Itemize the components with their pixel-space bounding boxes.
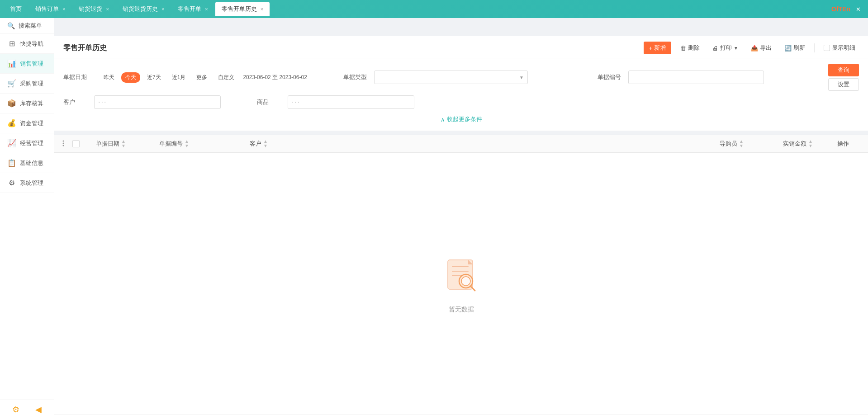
date-filter-label: 单据日期	[63, 73, 90, 81]
sidebar-item-finance[interactable]: 💰 资金管理	[0, 113, 54, 133]
goods-select[interactable]: ···	[288, 95, 414, 109]
print-dropdown-icon: ▼	[734, 46, 738, 51]
number-input[interactable]	[628, 71, 764, 84]
tab-sales-return-close[interactable]: ×	[106, 6, 109, 12]
type-select[interactable]: ▼	[374, 71, 528, 84]
purchase-icon: 🛒	[7, 79, 16, 88]
sidebar-item-sales[interactable]: 📊 销售管理	[0, 54, 54, 74]
sidebar-item-operation-label: 经营管理	[20, 139, 43, 147]
date-btn-7days[interactable]: 近7天	[143, 72, 165, 83]
th-guide[interactable]: 导购员 ▲▼	[714, 139, 778, 148]
sidebar-bottom: ⚙ ◀	[0, 400, 54, 419]
customer-placeholder: ···	[98, 98, 107, 106]
top-nav-right: OfTEn ✕	[831, 5, 864, 13]
table-settings-btn[interactable]	[54, 140, 72, 148]
tab-sales-order-close[interactable]: ×	[62, 6, 65, 12]
date-btn-today[interactable]: 今天	[121, 72, 140, 83]
tab-retail-open-history[interactable]: 零售开单历史 ×	[215, 2, 270, 16]
th-amount-label: 实销金额	[783, 140, 806, 148]
sidebar-item-quick-nav-label: 快捷导航	[20, 40, 43, 48]
sidebar-item-inventory-label: 库存核算	[20, 99, 43, 108]
add-label: 新增	[654, 44, 666, 52]
table-area: 单据日期 ▲▼ 单据编号 ▲▼ 客户 ▲▼ 导购员 ▲▼ 实销金额 ▲▼ 操作	[54, 135, 868, 414]
refresh-button[interactable]: 🔄 刷新	[781, 42, 809, 54]
tab-sales-order[interactable]: 销售订单 ×	[29, 2, 71, 16]
customer-sort-icon: ▲▼	[263, 139, 268, 148]
delete-label: 删除	[688, 44, 700, 52]
delete-icon: 🗑	[680, 45, 686, 52]
quick-nav-icon: ⊞	[7, 39, 16, 48]
date-btn-yesterday[interactable]: 昨天	[100, 72, 119, 83]
query-button[interactable]: 查询	[828, 64, 859, 76]
th-number-label: 单据编号	[159, 140, 183, 148]
sidebar-item-inventory[interactable]: 📦 库存核算	[0, 94, 54, 113]
sales-icon: 📊	[7, 59, 16, 68]
sidebar-item-basic-info[interactable]: 📋 基础信息	[0, 153, 54, 173]
number-sort-icon: ▲▼	[185, 139, 189, 148]
empty-illustration	[439, 253, 484, 298]
th-date[interactable]: 单据日期 ▲▼	[90, 139, 154, 148]
display-label: 显示明细	[832, 44, 855, 52]
export-icon: 📤	[751, 45, 758, 52]
print-icon: 🖨	[712, 45, 718, 52]
date-range-text: 2023-06-02 至 2023-06-02	[243, 74, 307, 81]
add-icon: +	[649, 45, 653, 52]
svg-point-0	[63, 142, 64, 144]
tab-sales-return-label: 销货退货	[79, 5, 102, 13]
goods-filter-label: 商品	[257, 98, 284, 106]
th-action: 操作	[832, 140, 868, 148]
page-title: 零售开单历史	[63, 43, 107, 53]
date-btn-custom[interactable]: 自定义	[214, 72, 238, 83]
tab-home[interactable]: 首页	[4, 2, 28, 16]
table-select-all[interactable]	[72, 140, 90, 147]
sidebar-item-quick-nav[interactable]: ⊞ 快捷导航	[0, 34, 54, 54]
sidebar-item-sales-label: 销售管理	[20, 60, 43, 68]
sidebar-item-system[interactable]: ⚙ 系统管理	[0, 173, 54, 193]
collapse-filter-btn[interactable]: ∧ 收起更多条件	[439, 113, 484, 125]
customer-select[interactable]: ···	[94, 95, 221, 109]
type-filter-label: 单据类型	[343, 73, 370, 81]
th-number[interactable]: 单据编号 ▲▼	[154, 139, 244, 148]
th-guide-label: 导购员	[720, 140, 737, 148]
tab-sales-return-history-close[interactable]: ×	[161, 6, 164, 12]
tab-sales-return-history-label: 销货退货历史	[123, 5, 158, 13]
filter-area: 单据日期 昨天 今天 近7天 近1月 更多 自定义 2023-06-02 至 2…	[54, 58, 868, 131]
page-header: 零售开单历史 + 新增 🗑 删除 🖨 打印 ▼ 📤 导出 🔄 刷新	[54, 36, 868, 58]
customer-filter-label: 客户	[63, 98, 90, 106]
date-btn-more[interactable]: 更多	[192, 72, 211, 83]
select-all-checkbox[interactable]	[72, 140, 80, 147]
display-detail-button[interactable]: 显示明细	[820, 42, 859, 54]
tab-retail-open[interactable]: 零售开单 ×	[171, 2, 214, 16]
brand-text: OfTEn	[831, 5, 850, 13]
inventory-icon: 📦	[7, 99, 16, 108]
add-button[interactable]: + 新增	[644, 42, 672, 54]
tab-sales-return-history[interactable]: 销货退货历史 ×	[116, 2, 171, 16]
sidebar-item-operation[interactable]: 📈 经营管理	[0, 133, 54, 153]
sidebar-search-label: 搜索菜单	[19, 22, 42, 30]
tab-retail-open-close[interactable]: ×	[205, 6, 208, 12]
th-customer[interactable]: 客户 ▲▼	[244, 139, 714, 148]
th-amount[interactable]: 实销金额 ▲▼	[778, 139, 832, 148]
tab-retail-open-label: 零售开单	[178, 5, 201, 13]
pagination: 每页显示 50 ▼ ⟨⟨ ＜ 第 页 ＞ ⟩⟩ 共0页，0条记录	[54, 414, 868, 419]
settings-bottom-btn[interactable]: ⚙	[12, 405, 19, 414]
tab-retail-open-history-label: 零售开单历史	[222, 5, 257, 13]
tab-sales-order-label: 销售订单	[35, 5, 59, 13]
delete-button[interactable]: 🗑 删除	[677, 42, 703, 54]
window-close-btn[interactable]: ✕	[856, 6, 861, 13]
toolbar-divider	[814, 43, 815, 52]
number-filter-label: 单据编号	[598, 73, 625, 81]
sidebar-item-purchase[interactable]: 🛒 采购管理	[0, 74, 54, 94]
sidebar-search[interactable]: 🔍 搜索菜单	[0, 18, 54, 34]
tab-sales-return[interactable]: 销货退货 ×	[72, 2, 115, 16]
date-btn-1month[interactable]: 近1月	[168, 72, 190, 83]
toolbar: + 新增 🗑 删除 🖨 打印 ▼ 📤 导出 🔄 刷新	[644, 42, 859, 54]
th-date-label: 单据日期	[96, 140, 119, 148]
export-button[interactable]: 📤 导出	[747, 42, 775, 54]
print-button[interactable]: 🖨 打印 ▼	[709, 42, 742, 54]
tab-retail-open-history-close[interactable]: ×	[261, 6, 263, 12]
settings-button[interactable]: 设置	[828, 78, 859, 91]
collapse-sidebar-btn[interactable]: ◀	[35, 405, 42, 414]
tab-home-label: 首页	[10, 5, 22, 13]
search-icon: 🔍	[7, 22, 15, 29]
